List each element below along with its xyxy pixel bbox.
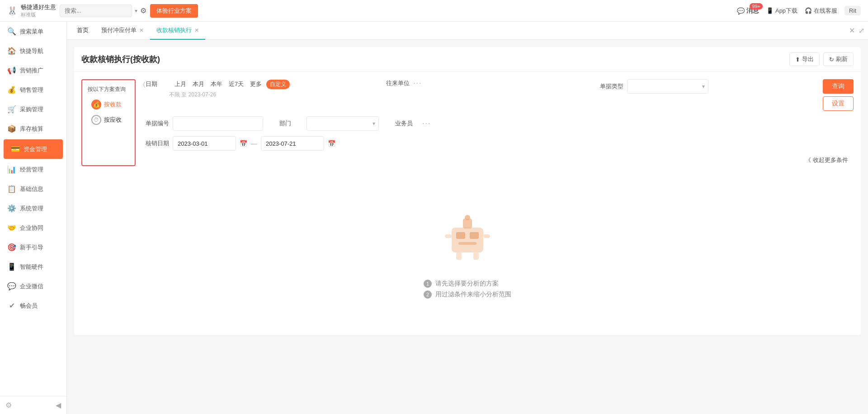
tab-prepay[interactable]: 预付冲应付单✕ [95,22,150,40]
purchase-icon: 🛒 [7,105,16,114]
tab-label-home: 首页 [77,26,89,34]
svg-point-5 [465,215,470,220]
svg-rect-3 [458,242,476,245]
search-input[interactable] [60,5,132,17]
service-icon: 🎧 [805,7,812,14]
dept-group: 部门 [279,116,379,131]
this-month-option[interactable]: 本月 [191,79,206,89]
more-date-option[interactable]: 更多 [248,79,264,89]
end-calendar-icon[interactable]: 📅 [328,140,335,147]
maximize-tab-button[interactable]: ⤢ [859,26,864,35]
app-download-area[interactable]: 📱 App下载 [766,7,797,15]
collapse-more-area: 《 收起更多条件 [146,154,854,166]
action-buttons: 查询 设置 [823,79,854,111]
refresh-button[interactable]: ↻ 刷新 [823,52,854,66]
settings-button[interactable]: 设置 [823,96,854,111]
collapse-more-button[interactable]: 《 收起更多条件 [800,154,854,166]
filter-row-3: 核销日期 📅 — 📅 [146,136,854,151]
verify-date-range: 📅 — 📅 [173,136,335,151]
salesperson-input[interactable]: ··· [422,119,431,128]
sales-icon: 💰 [7,86,16,94]
tab-home[interactable]: 首页 [71,22,95,40]
empty-hint-2: 2 用过滤条件来缩小分析范围 [424,290,511,299]
query-option-by-receivable[interactable]: ⏱按应收 [88,112,129,128]
doc-type-select[interactable] [627,79,708,94]
verify-date-start-input[interactable] [173,136,236,151]
last-month-option[interactable]: 上月 [173,79,188,89]
date-options: 上月 本月 本年 近7天 更多 自定义 [173,79,290,89]
svg-rect-7 [483,234,490,238]
header-actions: ⬆ 导出 ↻ 刷新 [789,52,854,66]
finance-icon: 💳 [11,145,20,153]
collapse-panel-button[interactable]: 《 [139,79,146,166]
date-filter-group: 日期 上月 本月 本年 近7天 更多 自定义 [146,79,290,99]
salesperson-label: 业务员 [395,119,419,128]
collapse-icon: 《 [805,156,811,164]
sidebar-item-basic-info[interactable]: 📋基础信息 [0,179,66,199]
sidebar-item-finance[interactable]: 💳资金管理 [4,139,63,159]
export-button[interactable]: ⬆ 导出 [789,52,820,66]
online-service-area[interactable]: 🎧 在线客服 [805,7,837,15]
sidebar-item-sales[interactable]: 💰销售管理 [0,80,66,100]
query-button[interactable]: 查询 [823,79,854,94]
enterprise-icon: 🤝 [7,224,16,232]
sidebar-item-hardware[interactable]: 📱智能硬件 [0,257,66,276]
sidebar-label-hardware: 智能硬件 [20,263,43,271]
close-tab-button[interactable]: ✕ [849,26,855,35]
query-option-label-by-receivable: 按应收 [104,116,122,124]
sidebar-label-marketing: 营销推广 [20,67,43,75]
custom-date-option[interactable]: 自定义 [266,80,290,89]
sidebar-item-member[interactable]: ✔畅会员 [0,296,66,315]
sidebar-item-wechat[interactable]: 💬企业微信 [0,276,66,296]
query-option-by-receipt[interactable]: 💰按收款 [88,97,129,112]
industry-solution-button[interactable]: 体验行业方案 [150,4,198,18]
counterpart-filter-group: 往来单位 ··· [386,79,504,87]
username-label[interactable]: Rit [844,6,861,15]
sidebar-item-search[interactable]: 🔍搜索菜单 [0,22,66,41]
tab-receipt-verify[interactable]: 收款核销执行✕ [150,22,205,40]
settings-icon[interactable]: ⚙ [5,401,12,409]
svg-rect-9 [473,252,479,260]
online-service-label: 在线客服 [814,7,837,15]
search-area: ▾ ⚙ [60,5,146,17]
hint-number-1: 1 [424,280,432,288]
date-separator: — [251,140,257,147]
hint-number-2: 2 [424,290,432,299]
message-area[interactable]: 💬 消息 99+ [737,7,759,15]
sidebar-label-member: 畅会员 [20,302,38,310]
counterpart-input[interactable]: ··· [413,79,422,87]
sidebar-item-purchase[interactable]: 🛒采购管理 [0,100,66,119]
this-year-option[interactable]: 本年 [209,79,224,89]
tab-close-receipt-verify[interactable]: ✕ [194,27,199,33]
empty-robot-icon [440,209,495,272]
sidebar-item-quick-nav[interactable]: 🏠快捷导航 [0,41,66,61]
collapse-sidebar-icon[interactable]: ◀ [56,401,61,409]
filter-row-1: 日期 上月 本月 本年 近7天 更多 自定义 [146,79,854,111]
gear-icon[interactable]: ⚙ [140,6,146,15]
topbar-right: 💬 消息 99+ 📱 App下载 🎧 在线客服 Rit [737,6,861,15]
sidebar-item-enterprise[interactable]: 🤝企业协同 [0,218,66,238]
message-icon: 💬 [737,7,745,14]
filter-section: 按以下方案查询 💰按收款⏱按应收 《 日期 [74,72,861,173]
sidebar-item-operation[interactable]: 📊经营管理 [0,160,66,179]
empty-state: 1 请先选择要分析的方案 2 用过滤条件来缩小分析范围 [74,173,861,335]
empty-hint-1: 1 请先选择要分析的方案 [424,280,511,288]
verify-date-end-input[interactable] [261,136,324,151]
start-calendar-icon[interactable]: 📅 [240,140,247,147]
sidebar-item-inventory[interactable]: 📦库存核算 [0,119,66,138]
tabs-container: 首页预付冲应付单✕收款核销执行✕ [71,22,205,40]
export-label: 导出 [802,55,814,63]
sidebar-item-guide[interactable]: 🎯新手引导 [0,238,66,257]
sidebar-label-operation: 经营管理 [20,166,43,174]
sidebar-item-marketing[interactable]: 📢营销推广 [0,61,66,80]
refresh-icon: ↻ [829,56,834,63]
filter-row-2: 单据编号 部门 [146,116,854,131]
sidebar-item-system[interactable]: ⚙️系统管理 [0,199,66,218]
tab-close-prepay[interactable]: ✕ [139,27,144,33]
by-receipt-icon: 💰 [91,100,101,109]
dept-select[interactable] [307,116,379,131]
doc-number-input[interactable] [173,116,263,131]
dept-select-wrap [307,116,379,131]
last-7days-option[interactable]: 近7天 [227,79,245,89]
hint-text-1: 请先选择要分析的方案 [435,280,499,288]
